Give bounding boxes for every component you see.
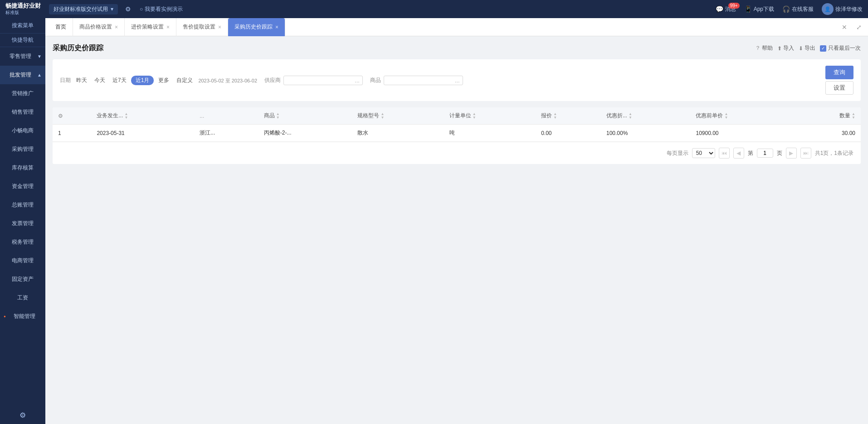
sort-icon-price: ▲▼ bbox=[724, 112, 728, 120]
date-more[interactable]: 更多 bbox=[156, 76, 172, 85]
settings-icon[interactable]: ⚙ bbox=[122, 3, 134, 15]
date-custom[interactable]: 自定义 bbox=[174, 76, 195, 85]
next-page-button[interactable]: ▶ bbox=[786, 148, 797, 159]
app-icon: 📱 bbox=[744, 5, 752, 13]
prev-page-button[interactable]: ◀ bbox=[733, 148, 744, 159]
tab-sell-close[interactable]: × bbox=[218, 24, 221, 30]
demo-icon: ○ bbox=[140, 6, 143, 12]
demo-link[interactable]: ○ 我要看实例演示 bbox=[140, 5, 183, 13]
import-label: 导入 bbox=[783, 44, 794, 52]
tab-extra: ✕ ⤢ bbox=[839, 22, 864, 33]
td-index: 1 bbox=[53, 125, 91, 142]
sidebar-item-ecommerce-small[interactable]: 小畅电商 bbox=[0, 121, 45, 140]
th-unit[interactable]: 计量单位 ▲▼ bbox=[444, 107, 536, 125]
online-service-item[interactable]: 🎧 在线客服 bbox=[782, 5, 814, 13]
sidebar-item-invoice[interactable]: 发票管理 bbox=[0, 214, 45, 233]
service-icon: 🎧 bbox=[782, 5, 790, 13]
page-input[interactable] bbox=[757, 149, 773, 158]
export-icon: ⬇ bbox=[799, 45, 803, 52]
page-total: 共1页，1条记录 bbox=[815, 149, 853, 157]
page-content: 采购历史价跟踪 ？ 帮助 ⬆ 导入 ⬇ 导出 ✓ bbox=[45, 36, 868, 424]
sort-icon-discount: ▲▼ bbox=[629, 112, 632, 120]
tab-history-label: 采购历史价跟踪 bbox=[234, 23, 273, 31]
chevron-down-icon: ▼ bbox=[37, 54, 42, 59]
tab-history-close[interactable]: × bbox=[275, 24, 278, 30]
import-action[interactable]: ⬆ 导入 bbox=[777, 44, 794, 52]
quicknav-item[interactable]: 快捷导航 bbox=[0, 34, 45, 47]
pagination-bar: 每页显示 50 20 100 ⏮ ◀ 第 页 ▶ ⏭ 共1页，1条记录 bbox=[53, 142, 861, 164]
service-label: 在线客服 bbox=[792, 5, 814, 13]
user-item[interactable]: 👤 徐泽华修改 bbox=[822, 3, 863, 15]
table-container: ⚙ 业务发生... ▲▼ ... bbox=[53, 107, 861, 164]
logo-sub: 标准版 bbox=[5, 10, 19, 16]
sidebar-item-marketing[interactable]: 营销推广 bbox=[0, 84, 45, 103]
supplier-label: 供应商 bbox=[264, 77, 281, 84]
tab-purchase-strategy[interactable]: 进价策略设置 × bbox=[125, 18, 176, 36]
version-selector[interactable]: 好业财标准版交付试用 ▾ bbox=[49, 4, 118, 14]
sidebar-item-retail[interactable]: 零售管理 ▼ bbox=[0, 47, 45, 66]
th-quote[interactable]: 报价 ▲▼ bbox=[536, 107, 601, 125]
th-product[interactable]: 商品 ▲▼ bbox=[258, 107, 352, 125]
date-yesterday[interactable]: 昨天 bbox=[73, 76, 90, 85]
tab-price-settings[interactable]: 商品价格设置 × bbox=[73, 18, 125, 36]
only-last-label: 只看最后一次 bbox=[828, 44, 861, 52]
date-7days[interactable]: 近7天 bbox=[110, 76, 129, 85]
table-header-row: ⚙ 业务发生... ▲▼ ... bbox=[53, 107, 861, 125]
page-suffix-label: 页 bbox=[777, 149, 782, 157]
sidebar-bottom: ⚙ bbox=[0, 406, 45, 424]
query-button[interactable]: 查询 bbox=[825, 66, 853, 79]
sidebar-item-sales[interactable]: 销售管理 bbox=[0, 103, 45, 121]
sidebar-gear-icon[interactable]: ⚙ bbox=[20, 411, 26, 419]
product-input[interactable] bbox=[387, 77, 455, 83]
th-discount[interactable]: 优惠折... ▲▼ bbox=[601, 107, 691, 125]
product-ellipsis-icon[interactable]: ... bbox=[455, 77, 460, 84]
tab-home[interactable]: 首页 bbox=[49, 18, 73, 36]
supplier-ellipsis-icon[interactable]: ... bbox=[355, 77, 360, 84]
help-action[interactable]: ？ 帮助 bbox=[755, 44, 773, 52]
tab-close-btn[interactable]: ✕ bbox=[839, 22, 850, 33]
avatar: 👤 bbox=[822, 3, 834, 15]
th-unit-price[interactable]: 优惠前单价 ▲▼ bbox=[690, 107, 795, 125]
sidebar-item-ecommerce[interactable]: 电商管理 bbox=[0, 251, 45, 270]
first-page-button[interactable]: ⏮ bbox=[719, 148, 730, 159]
table-gear-icon[interactable]: ⚙ bbox=[58, 113, 63, 119]
tab-history-price[interactable]: 采购历史价跟踪 × bbox=[228, 18, 285, 36]
th-ellipsis[interactable]: ... bbox=[194, 107, 258, 125]
th-spec[interactable]: 规格型号 ▲▼ bbox=[352, 107, 444, 125]
sidebar-item-finance[interactable]: 资金管理 bbox=[0, 177, 45, 196]
message-item[interactable]: 💬 消息 99+ bbox=[716, 5, 736, 13]
search-menu-item[interactable]: 搜索菜单 bbox=[0, 18, 45, 34]
app-download-item[interactable]: 📱 App下载 bbox=[744, 5, 774, 13]
sidebar-item-inventory[interactable]: 库存核算 bbox=[0, 159, 45, 177]
tab-price-close[interactable]: × bbox=[115, 24, 118, 30]
page-actions: ？ 帮助 ⬆ 导入 ⬇ 导出 ✓ 只看最后一次 bbox=[755, 44, 861, 52]
sidebar-item-payroll[interactable]: 工资 bbox=[0, 289, 45, 307]
tab-sell-extract[interactable]: 售价提取设置 × bbox=[176, 18, 228, 36]
export-action[interactable]: ⬇ 导出 bbox=[799, 44, 815, 52]
td-quote: 0.00 bbox=[536, 125, 601, 142]
th-gear[interactable]: ⚙ bbox=[53, 107, 91, 125]
sidebar-item-tax[interactable]: 税务管理 bbox=[0, 233, 45, 251]
date-1month[interactable]: 近1月 bbox=[131, 76, 154, 85]
th-quantity[interactable]: 数量 ▲▼ bbox=[795, 107, 861, 125]
th-date[interactable]: 业务发生... ▲▼ bbox=[91, 107, 194, 125]
tab-expand-btn[interactable]: ⤢ bbox=[853, 22, 864, 33]
help-label: 帮助 bbox=[762, 44, 773, 52]
message-icon: 💬 bbox=[716, 5, 723, 13]
dot-icon: ● bbox=[4, 314, 6, 318]
supplier-input[interactable] bbox=[287, 77, 355, 83]
date-label: 日期 bbox=[60, 77, 71, 84]
date-today[interactable]: 今天 bbox=[92, 76, 108, 85]
tab-purchase-close[interactable]: × bbox=[166, 24, 170, 30]
sidebar-item-ai[interactable]: ● 智能管理 bbox=[0, 307, 45, 326]
only-last-checkbox[interactable]: ✓ 只看最后一次 bbox=[820, 44, 861, 52]
last-page-button[interactable]: ⏭ bbox=[800, 148, 811, 159]
sidebar-item-wholesale[interactable]: 批发管理 ▲ bbox=[0, 66, 45, 84]
import-icon: ⬆ bbox=[777, 45, 782, 52]
per-page-select[interactable]: 50 20 100 bbox=[692, 148, 715, 158]
sidebar-item-assets[interactable]: 固定资产 bbox=[0, 270, 45, 289]
filter-buttons: 查询 设置 bbox=[825, 66, 853, 95]
sidebar-item-purchase[interactable]: 采购管理 bbox=[0, 140, 45, 159]
filter-settings-button[interactable]: 设置 bbox=[825, 81, 853, 95]
sidebar-item-ledger[interactable]: 总账管理 bbox=[0, 196, 45, 214]
